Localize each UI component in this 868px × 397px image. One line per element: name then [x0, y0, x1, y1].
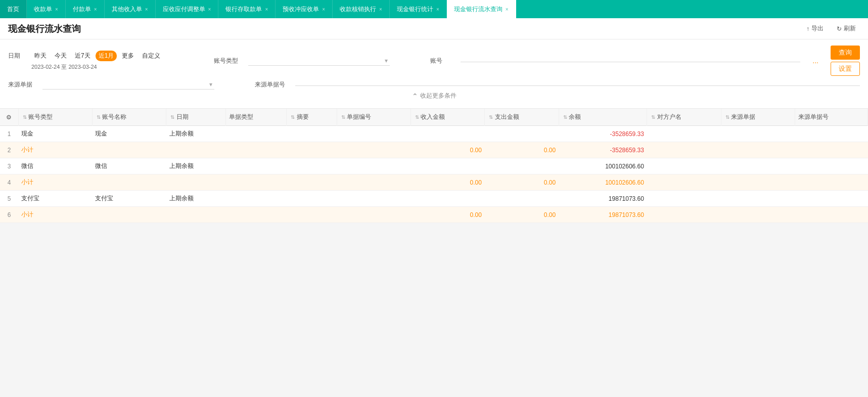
nav-payment[interactable]: 付款单 ×	[66, 0, 105, 18]
cell-income: 0.00	[410, 174, 484, 191]
filter-area: 日期 昨天 今天 近7天 近1月 更多 自定义 2023-02-24 至 202…	[0, 39, 868, 109]
nav-payment-close[interactable]: ×	[94, 7, 97, 12]
th-expense[interactable]: ⇅ 支出金额	[485, 109, 559, 126]
cell-doc-no	[337, 191, 410, 207]
cell-counterpart	[647, 191, 721, 207]
date-label: 日期	[8, 52, 28, 60]
nav-bank-deposit[interactable]: 银行存取款单 ×	[218, 0, 276, 18]
nav-receipt[interactable]: 收款单 ×	[27, 0, 66, 18]
refresh-button[interactable]: ↻ 刷新	[833, 22, 860, 35]
cell-summary	[287, 126, 337, 142]
cell-balance: -3528659.33	[559, 142, 647, 158]
export-button[interactable]: ↑ 导出	[802, 22, 828, 35]
table-wrapper: ⚙ ⇅ 账号类型 ⇅ 账号名称 ⇅ 日期 单据类型 ⇅ 摘要	[0, 109, 868, 223]
source-doc-no-label: 来源单据号	[255, 80, 285, 89]
nav-cash-bank-flow[interactable]: 现金银行流水查询 ×	[447, 0, 516, 18]
cell-expense: 0.00	[485, 142, 559, 158]
nav-ar-ap-adjust-close[interactable]: ×	[208, 7, 211, 12]
date-range: 2023-02-24 至 2023-03-24	[31, 63, 163, 71]
th-summary[interactable]: ⇅ 摘要	[287, 109, 337, 126]
nav-cash-bank-stat-close[interactable]: ×	[436, 7, 439, 12]
cell-account-name: 支付宝	[92, 191, 166, 207]
row-number: 4	[0, 174, 18, 191]
cell-source-doc	[721, 126, 795, 142]
th-date[interactable]: ⇅ 日期	[166, 109, 226, 126]
sort-icon-7: ⇅	[489, 114, 493, 120]
nav-prepay-offset[interactable]: 预收冲应收单 ×	[276, 0, 333, 18]
date-buttons: 昨天 今天 近7天 近1月 更多 自定义	[31, 51, 163, 61]
date-7days[interactable]: 近7天	[72, 51, 94, 61]
cell-account-type: 支付宝	[18, 191, 92, 207]
nav-receipt-verify-close[interactable]: ×	[379, 7, 382, 12]
nav-home[interactable]: 首页	[0, 0, 27, 18]
settings-button[interactable]: 设置	[831, 62, 860, 76]
nav-bank-deposit-label: 银行存取款单	[225, 5, 262, 14]
cell-expense: 0.00	[485, 207, 559, 223]
cell-date	[166, 174, 226, 191]
account-type-select[interactable]: ▾	[248, 56, 390, 66]
cell-income	[410, 158, 484, 174]
gear-icon: ⚙	[6, 114, 12, 121]
cell-income	[410, 126, 484, 142]
export-label: 导出	[811, 24, 824, 33]
cell-income: 0.00	[410, 142, 484, 158]
nav-cash-bank-stat[interactable]: 现金银行统计 ×	[390, 0, 447, 18]
row-number: 5	[0, 191, 18, 207]
cell-source-doc-no	[795, 158, 868, 174]
th-doc-type[interactable]: 单据类型	[226, 109, 287, 126]
cell-date: 上期余额	[166, 191, 226, 207]
account-input[interactable]	[461, 60, 800, 62]
th-gear[interactable]: ⚙	[0, 109, 18, 126]
header-actions: ↑ 导出 ↻ 刷新	[802, 22, 860, 35]
th-doc-no[interactable]: ⇅ 单据编号	[337, 109, 410, 126]
account-ellipsis[interactable]: ...	[810, 55, 820, 67]
cell-balance: 19871073.60	[559, 191, 647, 207]
th-account-name[interactable]: ⇅ 账号名称	[92, 109, 166, 126]
query-button[interactable]: 查询	[831, 46, 860, 60]
th-income[interactable]: ⇅ 收入金额	[410, 109, 484, 126]
cell-summary	[287, 158, 337, 174]
cell-account-type: 现金	[18, 126, 92, 142]
date-1month[interactable]: 近1月	[96, 51, 117, 61]
cell-account-name	[92, 207, 166, 223]
main-table: ⚙ ⇅ 账号类型 ⇅ 账号名称 ⇅ 日期 单据类型 ⇅ 摘要	[0, 109, 868, 223]
cell-source-doc-no	[795, 126, 868, 142]
page-header: 现金银行流水查询 ↑ 导出 ↻ 刷新	[0, 18, 868, 39]
date-today[interactable]: 今天	[52, 51, 70, 61]
nav-ar-ap-adjust[interactable]: 应收应付调整单 ×	[156, 0, 219, 18]
table-row: 1现金现金上期余额-3528659.33	[0, 126, 868, 142]
nav-other-income[interactable]: 其他收入单 ×	[105, 0, 156, 18]
nav-receipt-close[interactable]: ×	[55, 7, 58, 12]
source-doc-select[interactable]: ▾	[42, 80, 214, 90]
source-doc-no-input[interactable]	[295, 83, 860, 86]
cell-date: 上期余额	[166, 158, 226, 174]
cell-doc-no	[337, 207, 410, 223]
th-balance[interactable]: ⇅ 余额	[559, 109, 647, 126]
cell-date	[166, 142, 226, 158]
sort-icon-9: ⇅	[651, 114, 655, 120]
nav-receipt-verify[interactable]: 收款核销执行 ×	[333, 0, 390, 18]
th-source-doc-no[interactable]: 来源单据号	[795, 109, 868, 126]
collapse-bar[interactable]: ⌃ 收起更多条件	[8, 90, 860, 102]
cell-source-doc	[721, 174, 795, 191]
table-row: 5支付宝支付宝上期余额19871073.60	[0, 191, 868, 207]
th-counterpart[interactable]: ⇅ 对方户名	[647, 109, 721, 126]
table-row: 6小计0.000.0019871073.60	[0, 207, 868, 223]
cell-account-name: 微信	[92, 158, 166, 174]
date-custom[interactable]: 自定义	[139, 51, 163, 61]
nav-other-income-close[interactable]: ×	[145, 7, 148, 12]
refresh-icon: ↻	[837, 25, 842, 32]
cell-account-name	[92, 174, 166, 191]
th-account-type[interactable]: ⇅ 账号类型	[18, 109, 92, 126]
th-source-doc[interactable]: ⇅ 来源单据	[721, 109, 795, 126]
nav-bank-deposit-close[interactable]: ×	[265, 7, 268, 12]
nav-cash-bank-flow-close[interactable]: ×	[506, 7, 509, 12]
cell-account-type: 小计	[18, 207, 92, 223]
date-yesterday[interactable]: 昨天	[31, 51, 50, 61]
table-row: 2小计0.000.00-3528659.33	[0, 142, 868, 158]
sort-icon-10: ⇅	[725, 114, 729, 120]
cell-source-doc-no	[795, 207, 868, 223]
date-more[interactable]: 更多	[119, 51, 137, 61]
row-number: 1	[0, 126, 18, 142]
nav-prepay-offset-close[interactable]: ×	[322, 7, 325, 12]
